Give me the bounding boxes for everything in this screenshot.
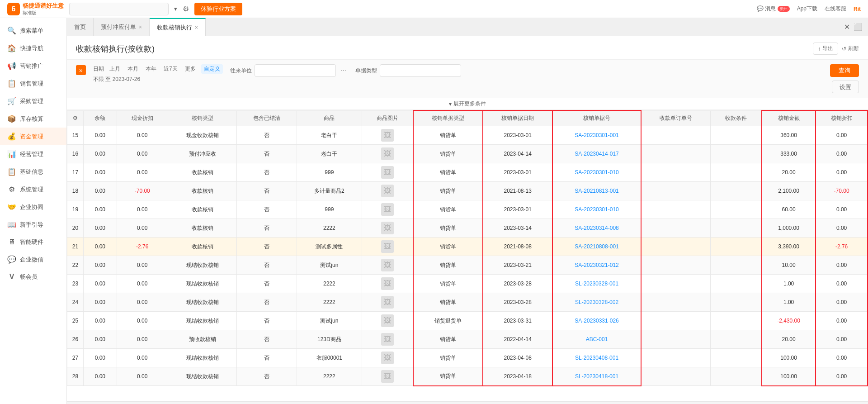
td-row-num: 18 [67, 182, 84, 200]
single-type-select[interactable] [380, 64, 461, 77]
write-off-bill-link[interactable]: SA-20230414-017 [575, 151, 618, 157]
tab-close-window-btn[interactable]: ✕ [844, 23, 850, 31]
sidebar-item-system[interactable]: ⚙ 系统管理 [0, 181, 66, 198]
td-write-off-bill-no: SA-20230321-012 [552, 256, 641, 275]
write-off-bill-link[interactable]: ABC-001 [586, 336, 608, 342]
filter-expand-button[interactable]: » [76, 65, 86, 75]
td-cash-discount: 0.00 [117, 330, 168, 349]
business-icon: 📊 [7, 150, 16, 158]
write-off-bill-link[interactable]: SA-20230301-010 [575, 206, 618, 213]
td-write-off-bill-type: 销货单 [413, 349, 483, 367]
online-service-btn[interactable]: 在线客服 [825, 5, 846, 13]
tab-maximize-btn[interactable]: ⬜ [854, 23, 863, 31]
write-off-bill-link[interactable]: SA-20230301-010 [575, 169, 618, 176]
date-btn-more[interactable]: 更多 [183, 64, 198, 74]
td-goods: 2222 [297, 275, 362, 293]
settings-button[interactable]: 设置 [832, 81, 859, 93]
guide-icon: 📖 [7, 220, 16, 229]
th-balance: 现金折扣 [117, 110, 168, 126]
td-receipt-order-no [641, 367, 710, 386]
counterpart-input[interactable] [255, 64, 336, 77]
td-receipt-condition [710, 145, 762, 163]
home-icon: 🏠 [7, 44, 16, 52]
td-receipt-condition [710, 256, 762, 275]
sidebar-item-purchase[interactable]: 🛒 采购管理 [0, 92, 66, 110]
write-off-bill-link[interactable]: SL-20230418-001 [575, 373, 618, 380]
user-name[interactable]: Rit [854, 6, 861, 12]
tab-bar: 首页 预付冲应付单 × 收款核销执行 × ✕ ⬜ [67, 18, 868, 36]
query-button[interactable]: 查询 [830, 64, 859, 77]
td-write-off-discount: 0.00 [816, 256, 868, 275]
td-write-off-amount: -2,430.00 [762, 312, 816, 330]
td-write-off-amount: 1.00 [762, 275, 816, 293]
filter-dots: ··· [340, 67, 346, 75]
data-table: ⚙ 余额 现金折扣 核销类型 包含已结清 商品 商品图片 核销单据类型 核销单据… [67, 110, 868, 386]
td-write-off-discount: 0.00 [816, 126, 868, 145]
date-btn-this-year[interactable]: 本年 [144, 64, 158, 74]
td-row-num: 26 [67, 330, 84, 349]
write-off-bill-link[interactable]: SL-20230328-001 [575, 280, 618, 287]
tab-prepay-close[interactable]: × [139, 24, 142, 30]
search-input[interactable] [69, 3, 169, 15]
th-gear[interactable]: ⚙ [67, 110, 84, 126]
dropdown-icon[interactable]: ▾ [174, 5, 177, 12]
messages-icon[interactable]: 💬 消息 99+ [757, 5, 790, 13]
td-include-settled: 否 [237, 200, 297, 219]
td-goods-img: 🖼 [362, 163, 413, 182]
write-off-bill-link[interactable]: SA-20230314-008 [575, 225, 618, 231]
write-off-bill-link[interactable]: SA-20210813-001 [575, 188, 618, 194]
counterpart-label: 往来单位 [230, 67, 252, 75]
td-write-off-amount: 1,000.00 [762, 219, 816, 238]
sidebar-item-member[interactable]: V 畅会员 [0, 268, 66, 285]
th-cash-discount: 核销类型 [168, 110, 236, 126]
sidebar-item-quick-nav[interactable]: 🏠 快捷导航 [0, 39, 66, 57]
sidebar-item-basic[interactable]: 📋 基础信息 [0, 163, 66, 181]
write-off-bill-link[interactable]: SA-20230321-012 [575, 262, 618, 268]
export-button[interactable]: ↑ 导出 [813, 43, 838, 55]
sidebar-item-marketing[interactable]: 📢 营销推广 [0, 57, 66, 75]
td-receipt-order-no [641, 238, 710, 256]
sidebar-item-finance[interactable]: 💰 资金管理 [0, 128, 66, 145]
date-btn-this-month[interactable]: 本月 [126, 64, 140, 74]
sidebar-item-search[interactable]: 🔍 搜索菜单 [0, 22, 66, 39]
td-write-off-bill-type: 销货单 [413, 330, 483, 349]
write-off-bill-link[interactable]: SL-20230408-001 [575, 355, 618, 361]
sidebar-item-business[interactable]: 📊 经营管理 [0, 145, 66, 163]
hardware-icon: 🖥 [7, 238, 16, 246]
expand-more-button[interactable]: ▾ 展开更多条件 [449, 100, 486, 108]
chevron-down-icon: ▾ [449, 101, 452, 107]
tab-home[interactable]: 首页 [67, 18, 94, 36]
td-goods-img: 🖼 [362, 367, 413, 386]
write-off-bill-link[interactable]: SA-20210808-001 [575, 243, 618, 250]
sidebar-item-inventory[interactable]: 📦 库存核算 [0, 110, 66, 128]
td-goods-img: 🖼 [362, 238, 413, 256]
write-off-bill-link[interactable]: SA-20230331-026 [575, 318, 618, 324]
td-write-off-bill-no: SL-20230328-001 [552, 275, 641, 293]
tab-write-off[interactable]: 收款核销执行 × [150, 18, 206, 36]
gear-icon[interactable]: ⚙ [183, 5, 189, 13]
write-off-bill-link[interactable]: SA-20230301-001 [575, 132, 618, 138]
refresh-button[interactable]: ↺ 刷新 [842, 43, 859, 55]
td-balance: 0.00 [84, 367, 117, 386]
td-write-off-amount: 100.00 [762, 367, 816, 386]
industry-solution-button[interactable]: 休验行业方案 [194, 3, 242, 15]
tab-prepay[interactable]: 预付冲应付单 × [94, 18, 150, 36]
td-balance: 0.00 [84, 293, 117, 312]
date-btn-last-month[interactable]: 上月 [108, 64, 122, 74]
td-write-off-discount: 0.00 [816, 349, 868, 367]
td-row-num: 15 [67, 126, 84, 145]
app-download-btn[interactable]: App下载 [797, 5, 817, 13]
marketing-icon: 📢 [7, 62, 16, 70]
date-custom-btn[interactable]: 自定义 [201, 64, 223, 74]
sidebar-item-guide[interactable]: 📖 新手引导 [0, 216, 66, 233]
sidebar-item-hardware[interactable]: 🖥 智能硬件 [0, 233, 66, 251]
table-row: 28 0.00 0.00 现结收款核销 否 2222 🖼 销货单 2023-04… [67, 367, 868, 386]
sidebar-item-sales[interactable]: 📋 销售管理 [0, 75, 66, 92]
td-write-off-bill-date: 2023-03-01 [483, 200, 552, 219]
sidebar-item-enterprise[interactable]: 🤝 企业协同 [0, 198, 66, 216]
date-btn-7days[interactable]: 近7天 [162, 64, 179, 74]
write-off-bill-link[interactable]: SL-20230328-002 [575, 299, 618, 305]
sidebar-item-wechat[interactable]: 💬 企业微信 [0, 251, 66, 268]
td-receipt-order-no [641, 330, 710, 349]
tab-write-off-close[interactable]: × [195, 24, 198, 31]
